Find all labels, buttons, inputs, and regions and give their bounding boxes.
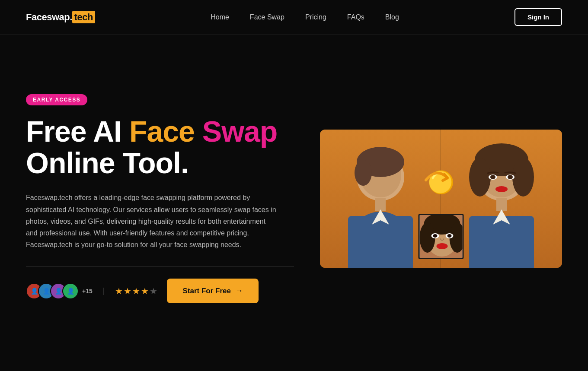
cta-divider: | [103,286,105,295]
svg-point-29 [447,234,452,238]
signin-button[interactable]: Sign In [514,8,562,26]
nav-faqs[interactable]: FAQs [347,13,364,21]
user-avatars: 👤 👤 👤 👤 +15 [26,283,93,299]
hero-title-part1: Free AI [26,115,129,148]
start-free-label: Start For Free [182,287,230,295]
svg-point-13 [495,186,508,192]
arrow-icon: → [235,286,243,295]
svg-point-12 [512,158,534,197]
nav-blog[interactable]: Blog [385,13,399,21]
svg-point-28 [433,234,438,238]
nav-links: Home Face Swap Pricing FAQs Blog [211,13,399,21]
svg-rect-6 [348,216,413,268]
svg-rect-18 [496,198,507,211]
star-rating: ★★★★★ [115,286,158,296]
svg-point-17 [508,175,513,179]
navbar: Faceswap.tech Home Face Swap Pricing FAQ… [0,0,588,35]
hero-title-face: Face [129,115,202,148]
logo-tech: tech [72,11,95,23]
early-access-badge: EARLY ACCESS [26,94,87,105]
hero-description: Faceswap.tech offers a leading-edge face… [26,192,277,251]
hero-title: Free AI Face Swap Online Tool. [26,116,294,179]
svg-rect-4 [375,198,386,211]
hero-title-line2: Online Tool. [26,146,189,179]
hero-image-area: 🟡 [311,130,562,268]
hero-content: EARLY ACCESS Free AI Face Swap Online To… [26,94,294,304]
user-count: +15 [82,288,93,295]
start-free-button[interactable]: Start For Free → [167,279,258,303]
hero-title-swap: Swap [202,115,278,148]
nav-home[interactable]: Home [211,13,229,21]
svg-point-3 [355,160,372,186]
avatar-4: 👤 [62,283,79,299]
hero-divider [26,266,294,266]
faceswap-demo-image: 🟡 [320,130,562,268]
svg-point-16 [490,175,495,179]
nav-faceswap[interactable]: Face Swap [250,13,284,21]
logo[interactable]: Faceswap.tech [26,12,95,23]
source-face-overlay [419,214,464,259]
nav-pricing[interactable]: Pricing [305,13,326,21]
svg-point-30 [437,243,448,249]
svg-point-11 [469,158,491,197]
svg-rect-19 [469,216,534,268]
hero-cta-row: 👤 👤 👤 👤 +15 | ★★★★★ Start For Free → [26,279,294,303]
hero-section: EARLY ACCESS Free AI Face Swap Online To… [0,35,588,363]
